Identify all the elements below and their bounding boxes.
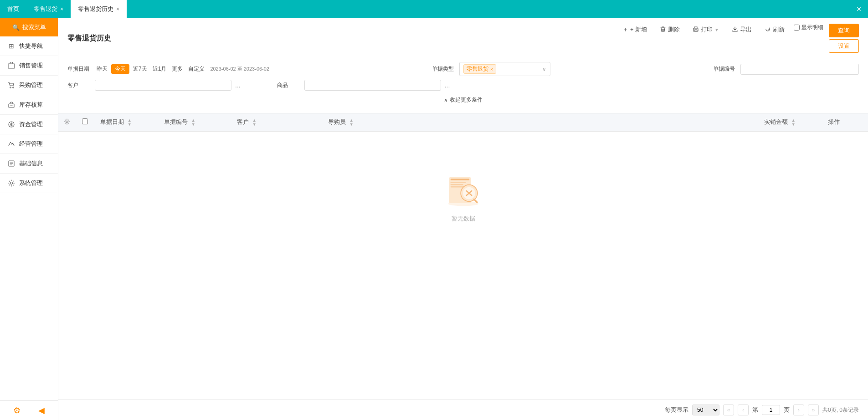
sidebar-item-sales[interactable]: 销售管理 (0, 56, 58, 76)
filter-area: 单据日期 昨天 今天 近7天 近1月 更多 自定义 2023-06-02 至 2… (67, 58, 859, 109)
tab-retail-return[interactable]: 零售退货 × (26, 0, 71, 18)
empty-state: 暂无数据 (58, 132, 868, 259)
date-opt-more[interactable]: 更多 (170, 64, 185, 74)
col-num-label: 单据编号 (164, 118, 188, 125)
svg-rect-14 (450, 184, 463, 185)
sidebar-item-system[interactable]: 系统管理 (0, 174, 58, 193)
settings-bottom-icon[interactable]: ⚙ (13, 405, 21, 415)
svg-point-9 (66, 121, 68, 123)
num-filter-input[interactable] (740, 64, 859, 75)
date-opt-1month[interactable]: 近1月 (151, 64, 169, 74)
date-opt-today[interactable]: 今天 (111, 64, 129, 74)
tab-retail-return-history[interactable]: 零售退货历史 × (71, 0, 127, 18)
svg-rect-13 (450, 182, 465, 183)
print-icon (693, 26, 699, 34)
operations-icon (7, 140, 15, 148)
sidebar-item-purchase[interactable]: 采购管理 (0, 76, 58, 95)
customer-sort-icon[interactable]: ▲▼ (252, 118, 257, 127)
svg-rect-0 (8, 64, 15, 68)
date-sort-icon[interactable]: ▲▼ (128, 118, 132, 127)
num-sort-icon[interactable]: ▲▼ (191, 118, 195, 127)
print-label: 打印 (701, 26, 713, 34)
prev-page-button[interactable]: ‹ (738, 405, 749, 415)
type-filter-label: 单据类型 (432, 65, 459, 73)
first-page-button[interactable]: « (723, 405, 734, 415)
page-word: 第 (752, 406, 758, 414)
sidebar-search-label: 搜索菜单 (22, 23, 46, 31)
col-action-label: 操作 (828, 118, 840, 125)
svg-rect-3 (9, 104, 14, 108)
date-opt-yesterday[interactable]: 昨天 (95, 64, 109, 74)
delete-label: 删除 (668, 26, 680, 34)
amount-sort-icon[interactable]: ▲▼ (791, 118, 796, 127)
last-page-button[interactable]: » (808, 405, 819, 415)
sidebar-search-button[interactable]: 🔍 搜索菜单 (0, 18, 58, 36)
col-header-amount[interactable]: 实销金额 ▲▼ (759, 113, 822, 131)
delete-icon (660, 26, 666, 34)
svg-rect-12 (450, 179, 469, 180)
tab-retail-return-history-close[interactable]: × (116, 6, 119, 12)
system-icon (7, 179, 15, 187)
sidebar-item-quick-nav[interactable]: ⊞ 快捷导航 (0, 36, 58, 56)
sidebar-item-operations-label: 经营管理 (19, 140, 43, 148)
current-page-input[interactable] (762, 405, 780, 415)
sidebar-bottom: ⚙ ◀ (0, 400, 58, 420)
goods-filter-input[interactable] (304, 80, 441, 91)
guide-sort-icon[interactable]: ▲▼ (349, 118, 354, 127)
refresh-button[interactable]: 刷新 (761, 24, 788, 36)
page-size-label: 每页显示 (665, 406, 688, 414)
svg-rect-8 (694, 30, 697, 31)
sidebar-item-inventory[interactable]: 库存核算 (0, 95, 58, 115)
delete-button[interactable]: 删除 (656, 24, 683, 36)
collapse-icon: ∧ (444, 97, 448, 103)
sidebar-item-basic-info[interactable]: 基础信息 (0, 154, 58, 174)
show-detail-checkbox-row: 显示明细 (794, 24, 823, 31)
tab-retail-return-close[interactable]: × (60, 6, 63, 12)
date-filter-label: 单据日期 (67, 65, 95, 73)
show-detail-checkbox[interactable] (794, 25, 800, 31)
tab-home[interactable]: 首页 (0, 0, 26, 18)
print-dropdown-icon: ▼ (714, 27, 719, 32)
col-header-date[interactable]: 单据日期 ▲▼ (95, 113, 159, 131)
type-dropdown-icon: ∨ (542, 66, 546, 72)
col-header-num[interactable]: 单据编号 ▲▼ (159, 113, 231, 131)
col-header-customer[interactable]: 客户 ▲▼ (231, 113, 323, 131)
page-size-select[interactable]: 10 20 50 100 (692, 405, 719, 415)
col-header-spacer (414, 113, 759, 131)
print-button[interactable]: 打印 ▼ (689, 24, 723, 36)
select-all-checkbox[interactable] (82, 118, 88, 124)
type-filter-tag: 零售退货 × (463, 64, 496, 74)
query-button[interactable]: 查询 (829, 24, 859, 37)
collapse-sidebar-icon[interactable]: ◀ (38, 405, 45, 415)
col-header-checkbox[interactable] (77, 113, 95, 131)
col-amount-label: 实销金额 (764, 118, 788, 125)
goods-ellipsis[interactable]: ... (445, 82, 450, 89)
col-customer-label: 客户 (237, 118, 249, 125)
export-button[interactable]: 导出 (728, 24, 755, 36)
type-filter-tag-close[interactable]: × (490, 67, 493, 72)
sidebar-item-purchase-label: 采购管理 (19, 81, 43, 89)
customer-ellipsis[interactable]: ... (235, 82, 241, 89)
sidebar-item-operations[interactable]: 经营管理 (0, 134, 58, 154)
svg-point-2 (13, 87, 14, 88)
topbar: 首页 零售退货 × 零售退货历史 × × (0, 0, 868, 18)
sidebar-item-finance[interactable]: 资金管理 (0, 115, 58, 134)
customer-filter-input[interactable] (95, 80, 231, 91)
col-header-settings[interactable] (58, 113, 77, 131)
collapse-filter-button[interactable]: ∧ 收起更多条件 (437, 94, 490, 106)
quick-nav-icon: ⊞ (7, 42, 15, 50)
collapse-label: 收起更多条件 (450, 96, 483, 104)
total-info: 共0页, 0条记录 (822, 406, 859, 414)
col-header-guide[interactable]: 导购员 ▲▼ (323, 113, 414, 131)
col-header-action: 操作 (822, 113, 868, 131)
new-button[interactable]: ＋ + 新增 (619, 24, 651, 36)
window-close-button[interactable]: × (850, 0, 868, 18)
date-opt-custom[interactable]: 自定义 (186, 64, 206, 74)
settings-button[interactable]: 设置 (829, 39, 859, 53)
next-page-button[interactable]: › (793, 405, 804, 415)
page-unit: 页 (784, 406, 790, 414)
date-opt-7days[interactable]: 近7天 (131, 64, 149, 74)
sidebar-item-finance-label: 资金管理 (19, 120, 43, 128)
basic-info-icon (7, 159, 15, 168)
type-filter-select[interactable]: 零售退货 × ∨ (459, 62, 550, 76)
